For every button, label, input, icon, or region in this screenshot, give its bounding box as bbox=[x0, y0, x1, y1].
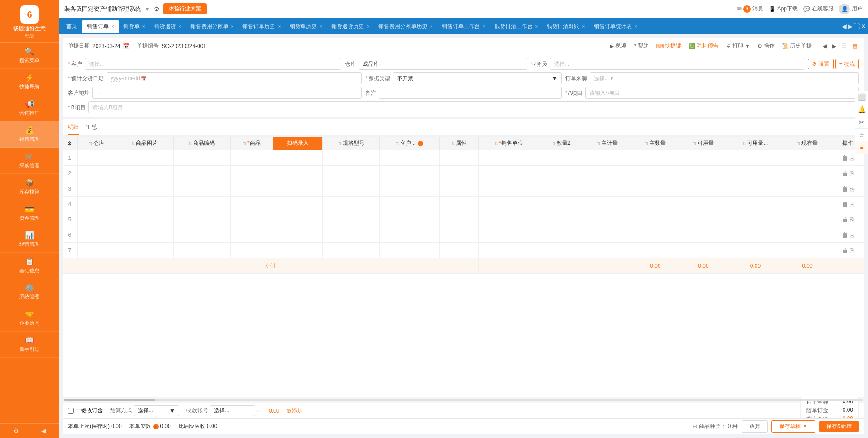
delivery-input[interactable]: yyyy-mm-dd 📅 bbox=[107, 72, 362, 84]
tab-sales-expense-close[interactable]: × bbox=[231, 24, 234, 29]
a-project-input[interactable]: 请输入A项目 bbox=[585, 87, 859, 99]
topbar-settings-icon[interactable]: ⚙ bbox=[154, 5, 160, 13]
tab-sales-goods[interactable]: 销货单 × bbox=[119, 20, 150, 33]
online-service-btn[interactable]: 💬 在线客服 bbox=[803, 5, 834, 13]
shortcut-btn[interactable]: ⌨ 快捷键 bbox=[654, 41, 683, 51]
grid-view-btn[interactable]: ▦ bbox=[850, 42, 859, 50]
tab-sales-expense[interactable]: 销售费用分摊单 × bbox=[186, 20, 238, 33]
tab-sales-return[interactable]: 销货退货 × bbox=[150, 20, 186, 33]
solution-btn[interactable]: 体验行业方案 bbox=[163, 3, 207, 14]
sidebar-item-basic-info[interactable]: 📋 基础信息 bbox=[0, 253, 59, 279]
tab-cash-goods-workbench[interactable]: 钱货日清工作台 × bbox=[490, 20, 543, 33]
col-available2[interactable]: ⇅可用量... bbox=[727, 137, 783, 150]
col-code[interactable]: ⇅商品编码 bbox=[173, 137, 230, 150]
tab-next-btn[interactable]: ▶ bbox=[848, 23, 853, 30]
app-download-btn[interactable]: 📱 App下载 bbox=[769, 5, 798, 13]
right-icon-5[interactable]: ● bbox=[855, 141, 868, 154]
tab-order-workbench[interactable]: 销售订单工作台 × bbox=[437, 20, 490, 33]
col-settings[interactable]: ⚙ bbox=[63, 137, 77, 150]
delete-row-1-btn[interactable]: 🗑 bbox=[842, 154, 848, 162]
discard-btn[interactable]: 放弃 bbox=[742, 420, 768, 433]
save-draft-btn[interactable]: 保存草稿 ▼ bbox=[771, 420, 815, 433]
tab-prev-btn[interactable]: ◀ bbox=[842, 23, 847, 30]
col-spec[interactable]: ⇅规格型号 bbox=[323, 137, 380, 150]
right-icon-4[interactable]: ☆ bbox=[855, 129, 868, 141]
col-qty2[interactable]: ⇅数量2 bbox=[539, 137, 583, 150]
tab-return-history[interactable]: 销货退货历史 × bbox=[327, 20, 374, 33]
right-icon-2[interactable]: 🔔 bbox=[855, 103, 868, 116]
delete-row-7-btn[interactable]: 🗑 bbox=[842, 247, 848, 254]
date-value[interactable]: 2023-03-24 bbox=[92, 43, 120, 49]
right-icon-1[interactable]: ⬜ bbox=[855, 91, 868, 103]
tab-sales-return-close[interactable]: × bbox=[179, 24, 181, 29]
list-view-btn[interactable]: ☰ bbox=[840, 42, 849, 50]
right-icon-3[interactable]: ✂ bbox=[855, 116, 868, 129]
history-btn[interactable]: 📜 历史单据 bbox=[780, 41, 814, 51]
address-input[interactable]: ··· bbox=[92, 87, 362, 99]
sidebar-item-system[interactable]: ⚙️ 系统管理 bbox=[0, 279, 59, 305]
customer-input[interactable]: 选择... ··· bbox=[85, 58, 341, 70]
sidebar-collapse-btn[interactable]: ◀ bbox=[41, 427, 46, 434]
payment-select[interactable]: 选择... ▼ bbox=[134, 405, 179, 416]
order-source-input[interactable]: 选择... ▼ bbox=[590, 72, 859, 84]
save-draft-dropdown-icon[interactable]: ▼ bbox=[802, 423, 808, 429]
account-more-btn[interactable]: ··· bbox=[257, 408, 262, 414]
profit-btn[interactable]: 💹 毛利预告 bbox=[687, 41, 720, 51]
tab-sales-stats-close[interactable]: × bbox=[635, 24, 637, 29]
settings-btn[interactable]: ⚙ 设置 bbox=[808, 59, 833, 69]
tab-sales-order[interactable]: 销售订单 × bbox=[82, 20, 119, 33]
copy-row-4-btn[interactable]: ⎘ bbox=[850, 201, 853, 208]
tab-close-all-btn[interactable]: ✕ bbox=[861, 23, 866, 30]
video-btn[interactable]: ▶ 视频 bbox=[608, 41, 628, 51]
sidebar-item-marketing[interactable]: 📢 营销推广 bbox=[0, 95, 59, 121]
sidebar-item-inventory[interactable]: 📦 库存核算 bbox=[0, 174, 59, 200]
warehouse-more-btn[interactable]: ··· bbox=[380, 62, 383, 67]
tab-cash-reconcile[interactable]: 钱货日清对账 × bbox=[542, 20, 589, 33]
note-input[interactable] bbox=[379, 87, 561, 99]
tab-sales-goods-close[interactable]: × bbox=[142, 24, 145, 29]
sidebar-item-sales[interactable]: 💰 销售管理 bbox=[0, 121, 59, 148]
sidebar-item-finance[interactable]: 💳 资金管理 bbox=[0, 200, 59, 226]
delete-row-5-btn[interactable]: 🗑 bbox=[842, 216, 848, 223]
tab-return-history-close[interactable]: × bbox=[367, 24, 369, 29]
account-select[interactable]: 选择... bbox=[210, 405, 255, 416]
tab-sales-order-close[interactable]: × bbox=[112, 24, 114, 29]
tab-summary[interactable]: 汇总 bbox=[86, 121, 97, 135]
address-more-btn[interactable]: ··· bbox=[97, 91, 101, 96]
tab-goods-history-close[interactable]: × bbox=[320, 24, 322, 29]
col-current[interactable]: ⇅现存量 bbox=[783, 137, 831, 150]
copy-row-1-btn[interactable]: ⎘ bbox=[850, 154, 853, 162]
save-new-btn[interactable]: 保存&新增 bbox=[819, 421, 859, 432]
sidebar-item-operations[interactable]: 📊 经营管理 bbox=[0, 226, 59, 253]
warehouse-input[interactable]: 成品库 ··· bbox=[359, 58, 527, 70]
tab-cash-reconcile-close[interactable]: × bbox=[582, 24, 585, 29]
copy-row-3-btn[interactable]: ⎘ bbox=[850, 185, 853, 193]
delete-row-4-btn[interactable]: 🗑 bbox=[842, 201, 848, 208]
user-area[interactable]: 👤 用户 bbox=[839, 4, 863, 14]
col-unit[interactable]: ⇅*销售单位 bbox=[479, 137, 539, 150]
sidebar-item-guide[interactable]: 📖 新手引导 bbox=[0, 332, 59, 358]
message-btn[interactable]: ✉ 9 消息 bbox=[737, 5, 763, 13]
table-scroll[interactable]: ⚙ ⇅仓库 ⇅商品图片 ⇅商品编码 ⇅*商品 扫码录入 ⇅规格型号 ⇅客户...… bbox=[63, 137, 864, 397]
col-image[interactable]: ⇅商品图片 bbox=[116, 137, 173, 150]
col-main-qty[interactable]: ⇅主数量 bbox=[631, 137, 679, 150]
col-warehouse[interactable]: ⇅仓库 bbox=[77, 137, 116, 150]
col-goods[interactable]: ⇅*商品 bbox=[230, 137, 273, 150]
tab-expense-history[interactable]: 销售费用分摊单历史 × bbox=[374, 20, 437, 33]
current-due-info[interactable]: i bbox=[153, 424, 159, 429]
tab-detail[interactable]: 明细 bbox=[68, 121, 79, 135]
tab-sales-stats[interactable]: 销售订单统计表 × bbox=[589, 20, 642, 33]
tab-sales-order-history-close[interactable]: × bbox=[278, 24, 281, 29]
delivery-calendar-icon[interactable]: 📅 bbox=[141, 76, 146, 81]
invoice-select[interactable]: 不开票 ▼ bbox=[393, 72, 562, 84]
staff-input[interactable]: 选择... ··· bbox=[550, 58, 804, 70]
col-main-unit[interactable]: ⇅主计量 bbox=[583, 137, 631, 150]
tab-home[interactable]: 首页 bbox=[61, 20, 82, 33]
prev-record-btn[interactable]: ◀ bbox=[821, 42, 829, 50]
col-available[interactable]: ⇅可用量 bbox=[679, 137, 727, 150]
staff-more-btn[interactable]: ··· bbox=[570, 62, 574, 67]
scrollbar-thumb[interactable] bbox=[64, 399, 155, 401]
tab-sales-order-history[interactable]: 销售订单历史 × bbox=[238, 20, 285, 33]
print-btn[interactable]: 🖨 打印 ▼ bbox=[724, 41, 752, 51]
b-project-input[interactable]: 请输入B项目 bbox=[88, 101, 859, 113]
